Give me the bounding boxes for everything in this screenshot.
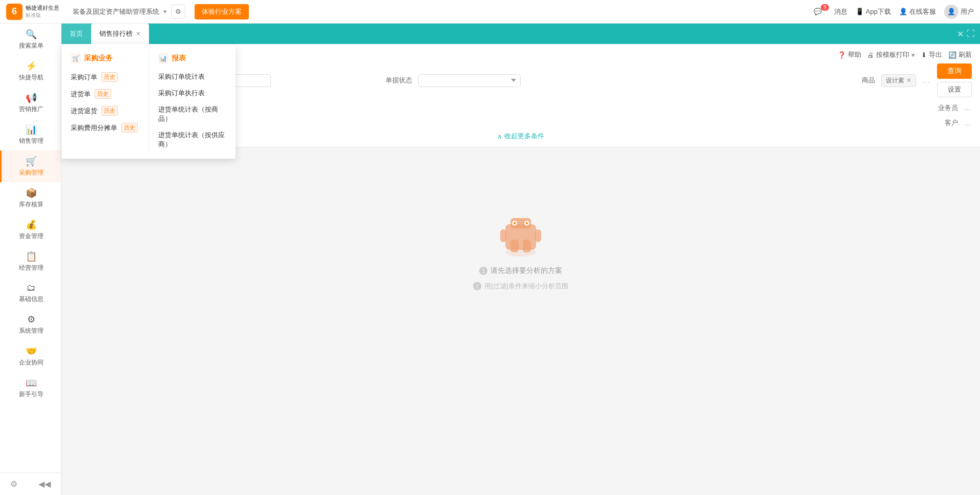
- app-download-btn[interactable]: 📱 App下载: [856, 7, 891, 16]
- help-btn[interactable]: ❓ 帮助: [838, 50, 861, 59]
- quick-icon: ⚡: [26, 60, 37, 72]
- guide-icon: 📖: [26, 377, 37, 389]
- print-arrow[interactable]: ▾: [911, 51, 915, 59]
- service-icon: 👤: [899, 8, 907, 15]
- sidebar-label-enterprise: 企业协同: [19, 358, 44, 367]
- online-service-btn[interactable]: 👤 在线客服: [899, 7, 936, 16]
- dropdown-item-inbound-by-goods[interactable]: 进货单统计表（按商品）: [154, 101, 231, 127]
- tab-home[interactable]: 首页: [61, 24, 91, 44]
- tab-close-icon[interactable]: ✕: [136, 30, 141, 37]
- goods-more-dots[interactable]: ...: [922, 77, 931, 84]
- svg-rect-7: [500, 229, 506, 242]
- customer-label: 客户: [945, 118, 958, 127]
- return-label: 进货退货: [71, 106, 97, 116]
- user-btn[interactable]: 👤 用户: [944, 5, 974, 19]
- report-col: 📊 报表 采购订单统计表 采购订单执行表 进货单统计表（按商品） 进货单统计表（…: [148, 50, 236, 153]
- inbound-by-goods-label: 进货单统计表（按商品）: [158, 105, 227, 123]
- settings-gear-btn[interactable]: ⚙: [171, 5, 185, 19]
- salesperson-dots[interactable]: …: [964, 104, 972, 112]
- voucher-status-select[interactable]: [418, 74, 521, 87]
- sidebar-item-operation[interactable]: 📋 经营管理: [0, 246, 61, 277]
- dropdown-item-inbound-by-supplier[interactable]: 进货单统计表（按供应商）: [154, 127, 231, 153]
- dropdown-item-inbound[interactable]: 进货单 历史: [67, 85, 143, 102]
- collapse-btn[interactable]: ∧ 收起更多条件: [497, 132, 544, 141]
- user-label: 用户: [961, 7, 974, 16]
- hint1-icon: 1: [479, 267, 487, 275]
- sidebar-item-basic[interactable]: 🗂 基础信息: [0, 277, 61, 309]
- sidebar-item-inventory[interactable]: 📦 库存核算: [0, 182, 61, 214]
- sidebar-label-sales: 销售管理: [19, 137, 44, 145]
- tab-sales-rank[interactable]: 销售排行榜 ✕: [91, 24, 149, 44]
- app-download-label: App下载: [866, 7, 891, 16]
- dropdown-item-return[interactable]: 进货退货 历史: [67, 102, 143, 119]
- dropdown-item-order-stat[interactable]: 采购订单统计表: [154, 69, 231, 85]
- print-btn[interactable]: 🖨 按模板打印 ▾: [867, 50, 915, 59]
- content-area: 1 请先选择要分析的方案 2 用[过滤]条件来缩小分析范围: [61, 147, 980, 495]
- svg-rect-8: [535, 229, 541, 242]
- sidebar-item-marketing[interactable]: 📢 营销推广: [0, 87, 61, 119]
- purchase-header-icon: 🛒: [71, 53, 81, 63]
- collapse-label: 收起更多条件: [504, 132, 544, 141]
- hint1-text: 请先选择要分析的方案: [491, 266, 562, 275]
- tabbar-expand-btn[interactable]: ⛶: [967, 29, 975, 38]
- inbound-history-badge: 历史: [95, 89, 111, 99]
- help-label: 帮助: [848, 50, 861, 59]
- purchase-icon: 🛒: [26, 156, 37, 167]
- sidebar-item-enterprise[interactable]: 🤝 企业协同: [0, 340, 61, 372]
- logo: 6 畅捷通好生意 标准版: [6, 4, 68, 20]
- search-icon: 🔍: [26, 29, 37, 40]
- filter-settings-btn[interactable]: 设置: [937, 82, 972, 97]
- query-btn[interactable]: 查询: [937, 63, 972, 79]
- dropdown-item-order-exec[interactable]: 采购订单执行表: [154, 85, 231, 101]
- sidebar-label-inventory: 库存核算: [19, 200, 44, 209]
- export-btn[interactable]: ⬇ 导出: [921, 50, 942, 59]
- empty-hint-1: 1 请先选择要分析的方案: [479, 266, 562, 275]
- return-history-badge: 历史: [101, 106, 118, 116]
- dropdown-item-purchase-order[interactable]: 采购订单 历史: [67, 69, 143, 85]
- finance-icon: 💰: [26, 219, 37, 230]
- logo-icon: 6: [6, 4, 23, 20]
- industry-btn[interactable]: 体验行业方案: [195, 4, 249, 19]
- sidebar-label-marketing: 营销推广: [19, 105, 44, 114]
- report-header-icon: 📊: [158, 53, 168, 63]
- goods-tag-remove[interactable]: ✕: [906, 77, 911, 84]
- logo-version: 标准版: [26, 12, 59, 19]
- tabbar-close-btn[interactable]: ✕: [957, 29, 964, 39]
- customer-dots[interactable]: …: [964, 119, 972, 127]
- sidebar-label-finance: 资金管理: [19, 232, 44, 241]
- hint2-text: 用[过滤]条件来缩小分析范围: [484, 282, 568, 291]
- sidebar-item-purchase[interactable]: 🛒 采购管理: [0, 150, 61, 182]
- sidebar-label-operation: 经营管理: [19, 264, 44, 272]
- svg-point-6: [526, 222, 528, 224]
- purchase-col: 🛒 采购业务 采购订单 历史 进货单 历史 进货退货 历史 采购费用分摊单 历史: [61, 50, 148, 153]
- purchase-col-title: 采购业务: [84, 54, 113, 63]
- bottom-settings-btn[interactable]: ⚙: [8, 477, 19, 491]
- sidebar-item-search[interactable]: 🔍 搜索菜单: [0, 24, 61, 55]
- dropdown-columns: 🛒 采购业务 采购订单 历史 进货单 历史 进货退货 历史 采购费用分摊单 历史: [61, 50, 236, 153]
- help-icon: ❓: [838, 51, 846, 59]
- sidebar-item-guide[interactable]: 📖 新手引导: [0, 372, 61, 404]
- empty-hint-2: 2 用[过滤]条件来缩小分析范围: [473, 282, 568, 291]
- inbound-by-supplier-label: 进货单统计表（按供应商）: [158, 131, 227, 149]
- enterprise-icon: 🤝: [26, 346, 37, 357]
- bottom-collapse-btn[interactable]: ◀◀: [36, 477, 53, 491]
- purchase-order-label: 采购订单: [71, 73, 97, 82]
- sidebar-item-finance[interactable]: 💰 资金管理: [0, 214, 61, 246]
- message-label: 消息: [834, 7, 847, 16]
- salesperson-label: 业务员: [938, 103, 958, 113]
- dropdown-item-expense[interactable]: 采购费用分摊单 历史: [67, 119, 143, 136]
- message-badge: 9: [821, 4, 829, 11]
- hint2-icon: 2: [473, 282, 481, 290]
- empty-illustration: [495, 209, 546, 260]
- sidebar-item-sales[interactable]: 📊 销售管理: [0, 119, 61, 150]
- sales-icon: 📊: [26, 124, 37, 135]
- message-btn[interactable]: 💬 9 消息: [814, 7, 847, 16]
- voucher-status-label: 单据状态: [386, 76, 412, 85]
- report-col-title: 报表: [172, 54, 186, 63]
- refresh-btn[interactable]: 🔄 刷新: [948, 50, 972, 59]
- sidebar-item-system[interactable]: ⚙ 系统管理: [0, 309, 61, 340]
- goods-tag-value: 设计素: [886, 76, 904, 85]
- sidebar-label-guide: 新手引导: [19, 390, 44, 399]
- title-dropdown-arrow[interactable]: ▾: [163, 8, 167, 15]
- sidebar-item-quick[interactable]: ⚡ 快捷导航: [0, 55, 61, 87]
